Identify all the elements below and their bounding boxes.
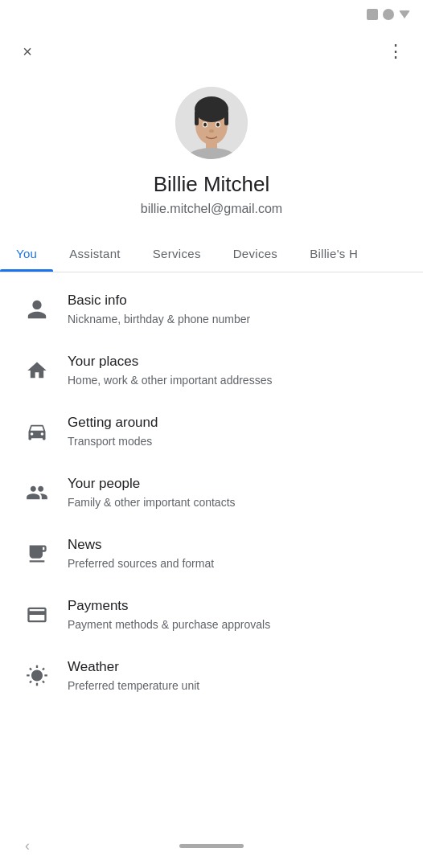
menu-text-payments: Payments Payment methods & purchase appr… — [68, 598, 404, 632]
menu-text-news: News Preferred sources and format — [68, 537, 404, 571]
bottom-bar: ‹ — [0, 823, 423, 868]
menu-title-your-people: Your people — [68, 476, 404, 492]
menu-item-basic-info[interactable]: Basic info Nickname, birthday & phone nu… — [0, 279, 423, 340]
tab-you[interactable]: You — [0, 235, 53, 272]
menu-text-weather: Weather Preferred temperature unit — [68, 659, 404, 693]
home-indicator — [179, 844, 244, 848]
profile-email: billie.mitchel@gmail.com — [141, 202, 282, 216]
battery-icon — [367, 9, 378, 20]
menu-title-your-places: Your places — [68, 354, 404, 370]
menu-title-news: News — [68, 537, 404, 553]
menu-subtitle-basic-info: Nickname, birthday & phone number — [68, 312, 404, 326]
tab-assistant[interactable]: Assistant — [53, 235, 137, 272]
menu-subtitle-getting-around: Transport modes — [68, 434, 404, 448]
wifi-icon — [399, 10, 410, 18]
menu-text-your-places: Your places Home, work & other important… — [68, 354, 404, 387]
profile-name: Billie Mitchel — [154, 172, 270, 197]
back-chevron-icon[interactable]: ‹ — [16, 834, 39, 857]
avatar — [175, 87, 248, 159]
svg-point-11 — [209, 129, 214, 133]
close-button[interactable]: × — [13, 37, 42, 66]
more-options-button[interactable]: ⋮ — [381, 37, 410, 66]
menu-item-getting-around[interactable]: Getting around Transport modes — [0, 401, 423, 462]
svg-point-10 — [216, 123, 220, 127]
menu-title-getting-around: Getting around — [68, 415, 404, 431]
payments-icon — [19, 597, 55, 633]
car-icon — [19, 414, 55, 449]
menu-subtitle-your-places: Home, work & other important addresses — [68, 373, 404, 387]
menu-list: Basic info Nickname, birthday & phone nu… — [0, 272, 423, 713]
menu-text-your-people: Your people Family & other important con… — [68, 476, 404, 510]
people-icon — [19, 475, 55, 510]
svg-rect-3 — [195, 111, 199, 125]
menu-item-weather[interactable]: Weather Preferred temperature unit — [0, 645, 423, 706]
profile-section: Billie Mitchel billie.mitchel@gmail.com — [0, 74, 423, 235]
weather-icon — [19, 658, 55, 694]
tab-devices[interactable]: Devices — [217, 235, 294, 272]
menu-item-news[interactable]: News Preferred sources and format — [0, 523, 423, 584]
news-icon — [19, 536, 55, 571]
menu-subtitle-weather: Preferred temperature unit — [68, 678, 404, 693]
menu-title-weather: Weather — [68, 659, 404, 675]
menu-item-your-places[interactable]: Your places Home, work & other important… — [0, 340, 423, 401]
tab-services[interactable]: Services — [137, 235, 217, 272]
tabs-container: You Assistant Services Devices Billie's … — [0, 235, 423, 272]
tab-billies-h[interactable]: Billie's H — [294, 235, 374, 272]
menu-item-payments[interactable]: Payments Payment methods & purchase appr… — [0, 584, 423, 645]
person-icon — [19, 292, 55, 327]
menu-subtitle-news: Preferred sources and format — [68, 556, 404, 571]
svg-point-9 — [203, 123, 207, 127]
svg-rect-4 — [224, 111, 228, 125]
menu-text-getting-around: Getting around Transport modes — [68, 415, 404, 448]
menu-title-payments: Payments — [68, 598, 404, 614]
svg-point-2 — [195, 96, 228, 122]
status-bar — [0, 0, 423, 29]
home-icon — [19, 353, 55, 388]
menu-item-your-people[interactable]: Your people Family & other important con… — [0, 462, 423, 523]
toolbar: × ⋮ — [0, 29, 423, 74]
menu-title-basic-info: Basic info — [68, 293, 404, 309]
menu-text-basic-info: Basic info Nickname, birthday & phone nu… — [68, 293, 404, 326]
menu-subtitle-payments: Payment methods & purchase approvals — [68, 617, 404, 632]
signal-icon — [383, 9, 394, 20]
menu-subtitle-your-people: Family & other important contacts — [68, 495, 404, 510]
